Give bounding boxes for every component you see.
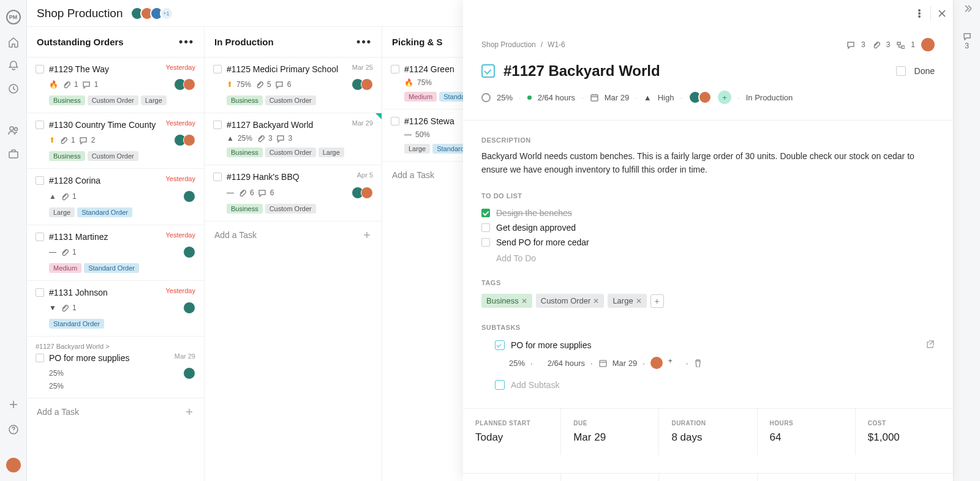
remove-tag[interactable]: ✕ [521,297,527,305]
metric-planned start: PLANNED STARTToday [463,409,561,455]
card-checkbox[interactable] [36,288,44,297]
clock-icon[interactable] [8,83,19,94]
tag-std: Standard Order [84,263,139,273]
card-checkbox[interactable] [213,173,222,181]
column-title: In Production [214,37,274,47]
briefcase-icon[interactable] [8,148,19,159]
card-date: Yesterday [165,64,195,71]
remove-tag[interactable]: ✕ [636,297,642,305]
card-title: #1129 The Way [49,64,160,75]
task-card[interactable]: #1127 Backyard World Mar 29 ▲25%33 Busin… [205,113,382,165]
trash-icon[interactable] [693,359,702,367]
task-card[interactable]: #1131 Martinez Yesterday —1 MediumStanda… [27,225,204,281]
svg-rect-3 [9,152,18,158]
add-subtask[interactable]: Add Subtask [481,380,935,390]
tag-med: Medium [49,263,81,273]
column-title: Picking & S [392,37,443,47]
close-icon[interactable] [937,9,947,18]
breadcrumb-root[interactable]: Shop Production [481,40,536,49]
card-breadcrumb: #1127 Backyard World > [36,343,195,350]
metric-duration: DURATION [659,474,757,481]
task-card[interactable]: #1127 Backyard World > PO for more suppl… [27,337,204,398]
tag-lg: Large [404,144,430,154]
tag-med: Medium [404,92,437,102]
tag-lg: Large [141,95,167,105]
task-card[interactable]: #1130 Country Time County Yesterday ⬆12 … [27,113,204,169]
tag-cust: Custom Order [265,95,316,105]
column-menu[interactable]: ••• [179,35,194,48]
card-title: PO for more supplies [49,352,170,364]
todo-checkbox[interactable] [481,223,490,232]
task-title[interactable]: #1127 Backyard World [503,62,888,80]
add-sub-assignee[interactable]: + [668,357,680,369]
profile-avatar[interactable] [6,458,21,472]
card-checkbox[interactable] [391,117,399,125]
collapse-icon[interactable] [963,4,971,12]
member-avatars[interactable]: +1 [130,7,173,20]
todo-item[interactable]: Design the benches [481,206,935,220]
comment-icon [846,40,855,49]
card-checkbox[interactable] [213,65,222,73]
home-icon[interactable] [8,37,19,48]
comment-icon[interactable] [963,32,971,40]
status-label[interactable]: In Production [746,93,793,102]
card-checkbox[interactable] [391,65,399,73]
todo-checkbox[interactable] [481,209,490,217]
remove-tag[interactable]: ✕ [593,297,599,305]
card-title: #1131 Johnson [49,287,160,298]
todo-item[interactable]: Get design approved [481,220,935,235]
description-text[interactable]: Backyard World needs custom benches. Thi… [481,150,935,176]
card-checkbox[interactable] [36,176,44,185]
task-detail-panel: Shop Production / W1-6 3 3 1 #1127 Backy… [463,0,953,481]
tag-biz: Business [227,204,263,214]
add-task[interactable]: Add a Task [205,222,382,248]
add-assignee[interactable]: + [718,91,731,104]
tag-lg: Large [49,207,75,217]
metric-cost: COST [856,474,953,481]
tag-cust: Custom Order [88,151,138,161]
card-checkbox[interactable] [213,121,222,129]
card-date: Mar 29 [175,352,195,360]
done-checkbox[interactable] [896,66,906,76]
plus-icon[interactable] [8,399,19,410]
card-checkbox[interactable] [36,65,44,73]
card-date: Mar 29 [352,119,373,127]
task-card[interactable]: #1125 Medici Primary School Mar 25 ⬆75%5… [205,58,382,113]
bell-icon[interactable] [8,60,19,71]
card-checkbox[interactable] [36,121,44,129]
column-title: Outstanding Orders [37,37,124,47]
tag-biz: Business [227,147,263,157]
add-tag[interactable]: + [650,294,664,308]
app-logo[interactable]: PM [6,10,21,24]
metric-actual start: ACTUAL START [463,474,561,481]
svg-point-5 [919,10,920,11]
help-icon[interactable] [8,424,19,435]
tag-std: Standard Order [77,207,132,217]
nav-rail: PM [0,0,27,481]
task-card[interactable]: #1131 Johnson Yesterday ▼1 Standard Orde… [27,281,204,337]
more-members[interactable]: +1 [160,7,173,20]
people-icon[interactable] [8,125,19,136]
todo-item[interactable]: Send PO for more cedar [481,235,935,250]
task-card[interactable]: #1129 The Way Yesterday 🔥11 BusinessCust… [27,58,204,113]
add-task[interactable]: Add a Task [27,398,204,425]
board-column: Outstanding Orders••• #1129 The Way Yest… [27,27,205,481]
todo-checkbox[interactable] [481,238,490,247]
more-icon[interactable] [914,9,924,18]
tag-std: Standard Order [49,319,104,329]
tag-biz: Business [49,151,85,161]
subtask-title[interactable]: PO for more supplies [511,340,592,350]
card-checkbox[interactable] [36,233,44,241]
tag-cust: Custom Order [265,204,316,214]
task-card[interactable]: #1128 Corina Yesterday ▲1 LargeStandard … [27,169,204,225]
column-menu[interactable]: ••• [356,35,372,48]
page-title: Shop Production [37,7,123,20]
task-card[interactable]: #1129 Hank's BBQ Apr 5 —66 BusinessCusto… [205,165,382,221]
card-title: #1130 Country Time County [49,119,160,130]
add-todo[interactable]: Add To Do [496,253,935,263]
open-subtask[interactable] [925,340,935,351]
subtask-icon [495,340,505,350]
card-checkbox[interactable] [36,354,44,362]
svg-rect-8 [591,95,598,101]
breadcrumb-id: W1-6 [548,40,565,49]
